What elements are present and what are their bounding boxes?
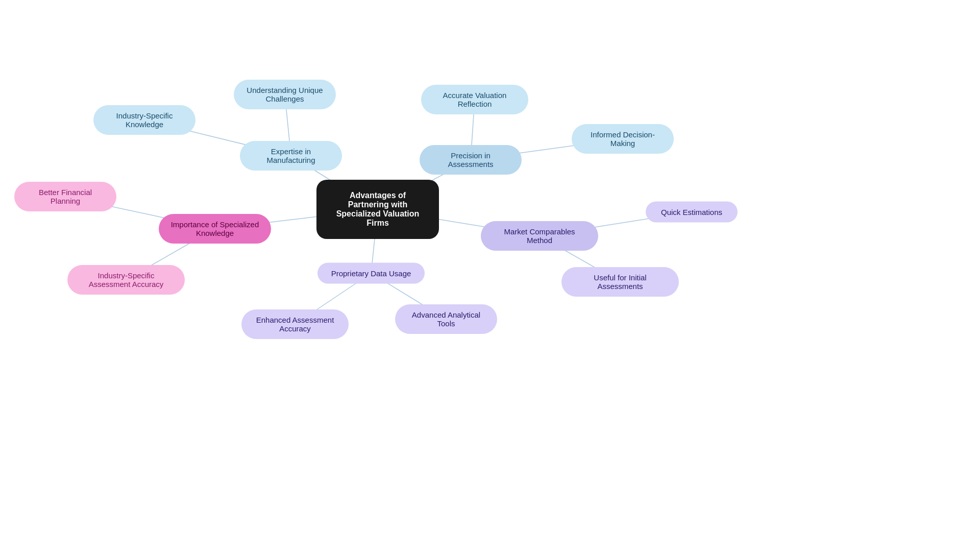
mindmap-container: Advantages of Partnering with Specialize…	[0, 0, 980, 553]
precision-assessments-node: Precision in Assessments	[420, 145, 522, 175]
center-node: Advantages of Partnering with Specialize…	[316, 180, 439, 239]
enhanced-accuracy-node: Enhanced Assessment Accuracy	[241, 309, 349, 339]
better-financial-node: Better Financial Planning	[14, 182, 116, 211]
advanced-tools-node: Advanced Analytical Tools	[395, 304, 497, 334]
accurate-valuation-node: Accurate Valuation Reflection	[421, 85, 528, 114]
informed-decision-node: Informed Decision-Making	[572, 124, 674, 154]
expertise-manufacturing-node: Expertise in Manufacturing	[240, 141, 342, 171]
market-comparables-node: Market Comparables Method	[481, 221, 598, 251]
quick-estimations-node: Quick Estimations	[646, 202, 738, 223]
proprietary-data-node: Proprietary Data Usage	[317, 263, 425, 284]
industry-assessment-accuracy-node: Industry-Specific Assessment Accuracy	[67, 265, 185, 295]
industry-specific-knowledge-node: Industry-Specific Knowledge	[93, 105, 195, 135]
useful-initial-node: Useful for Initial Assessments	[561, 267, 679, 297]
understanding-challenges-node: Understanding Unique Challenges	[234, 80, 336, 109]
importance-specialized-node: Importance of Specialized Knowledge	[159, 214, 271, 244]
